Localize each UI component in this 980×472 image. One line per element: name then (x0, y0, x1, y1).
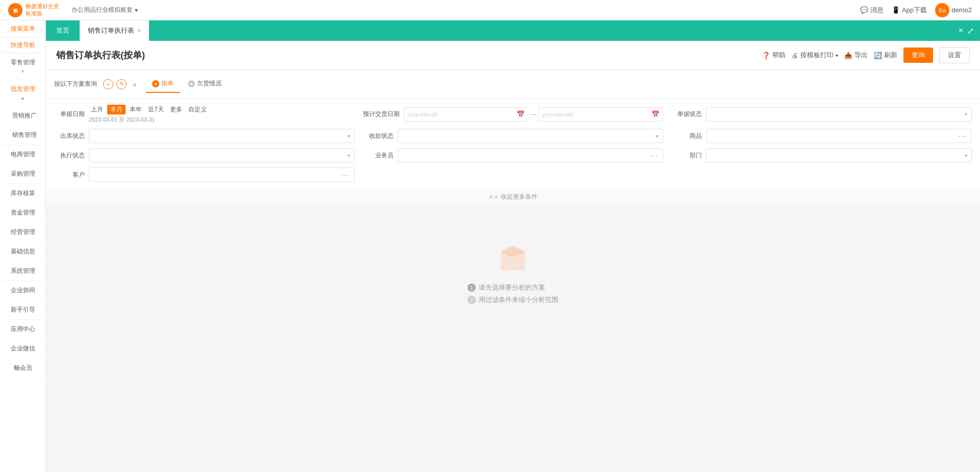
date-tab-custom[interactable]: 自定义 (186, 105, 209, 114)
expected-date-start[interactable]: yyyy-mm-dd 📅 (404, 107, 528, 122)
page-header: 销售订单执行表(按单) ❓ 帮助 🖨 按模板打印 ▾ 📤 导出 (46, 41, 980, 70)
top-bar-right: 💬 消息 📱 App下载 Ea demo2 (860, 3, 972, 17)
svg-point-8 (528, 259, 529, 261)
add-scheme-icon[interactable]: + (103, 79, 113, 89)
doc-status-arrow-icon: ▾ (965, 111, 967, 117)
customer-input[interactable]: ··· (89, 168, 355, 182)
filter-field-product: 商品 ··· (671, 129, 972, 143)
chevron-up-icon: ▴ (21, 95, 24, 101)
filter-field-salesperson: 业务员 ··· (363, 148, 664, 162)
print-arrow-icon: ▾ (836, 53, 838, 58)
exec-status-select[interactable]: ▾ (89, 148, 355, 162)
subnav-shortage[interactable]: ● 欠货情况 (182, 75, 228, 93)
tab-active-sales-execution[interactable]: 销售订单执行表 × (80, 20, 149, 41)
date-tabs: 上月 本月 本年 近7天 更多 自定义 (89, 105, 355, 114)
query-button[interactable]: 查询 (903, 48, 933, 63)
close-window-button[interactable]: × (959, 26, 963, 35)
message-icon: 💬 (860, 6, 868, 14)
messages-button[interactable]: 💬 消息 (860, 6, 884, 15)
shipment-status-label: 出库状态 (54, 132, 85, 140)
expected-date-range: yyyy-mm-dd 📅 — yyyy-mm-dd 📅 (404, 107, 664, 122)
dept-arrow-icon: ▾ (965, 153, 967, 158)
app-download-button[interactable]: 📱 App下载 (892, 6, 927, 15)
sidebar-item-base[interactable]: 基础信息 (0, 242, 45, 262)
sidebar-quick-nav[interactable]: 快捷导航 (0, 38, 45, 53)
sidebar-item-purchase[interactable]: 采购管理 (0, 164, 45, 184)
filter-fields-grid: 单据日期 上月 本月 本年 近7天 更多 自定义 2023-03-01 至 20… (46, 99, 980, 188)
sidebar-item-sales[interactable]: 销售管理 (0, 126, 45, 145)
sidebar-item-system[interactable]: 系统管理 (0, 262, 45, 281)
help-button[interactable]: ❓ 帮助 (762, 51, 786, 60)
svg-point-6 (526, 246, 527, 247)
print-button[interactable]: 🖨 按模板打印 ▾ (792, 51, 838, 60)
sidebar-item-inventory[interactable]: 库存核算 (0, 184, 45, 203)
empty-tip-2: 2 用过滤条件来缩小分析范围 (468, 295, 558, 304)
sidebar-item-member[interactable]: 畅会员 (0, 359, 45, 378)
exec-status-label: 执行状态 (54, 151, 85, 160)
sidebar: 搜索菜单 快捷导航 零售管理 ▾ 批发管理 ▴ 营销推广 销售管理 电商管理 采… (0, 20, 46, 472)
download-icon: 📱 (892, 6, 900, 14)
date-tab-more[interactable]: 更多 (168, 105, 184, 114)
calendar-end-icon: 📅 (651, 110, 659, 118)
doc-status-select[interactable]: ▾ (706, 107, 972, 122)
product-dots-icon: ··· (958, 132, 967, 140)
collapse-scheme-icon[interactable]: « (130, 79, 140, 89)
date-separator: — (530, 111, 536, 118)
date-range-text: 2023-03-01 至 2023-03-31 (89, 116, 355, 124)
sidebar-item-apps[interactable]: 应用中心 (0, 320, 45, 339)
exec-arrow-icon: ▾ (348, 153, 350, 158)
date-tab-7days[interactable]: 近7天 (146, 105, 166, 114)
refresh-button[interactable]: 🔄 刷新 (874, 51, 897, 60)
sidebar-item-wechat[interactable]: 企业微信 (0, 339, 45, 359)
subnav-by-order[interactable]: ● 按单 (146, 75, 180, 93)
payment-status-label: 收款状态 (363, 132, 394, 140)
breadcrumb-arrow-icon: ▾ (135, 7, 138, 14)
product-input[interactable]: ··· (706, 129, 972, 143)
date-tab-this-month[interactable]: 本月 (107, 105, 126, 114)
expected-date-end[interactable]: yyyy-mm-dd 📅 (538, 107, 663, 122)
sidebar-item-marketing[interactable]: 营销推广 (0, 106, 45, 126)
help-icon: ❓ (762, 52, 770, 59)
sidebar-item-ecommerce[interactable]: 电商管理 (0, 145, 45, 164)
department-select[interactable]: ▾ (706, 148, 972, 162)
filter-field-shipment-status: 出库状态 ▾ (54, 129, 355, 143)
sidebar-search[interactable]: 搜索菜单 (0, 20, 45, 38)
svg-point-7 (497, 256, 498, 257)
tip-num-2: 2 (468, 296, 476, 304)
tab-close-icon[interactable]: × (137, 27, 141, 34)
export-button[interactable]: 📤 导出 (844, 51, 868, 60)
filter-field-exec-status: 执行状态 ▾ (54, 148, 355, 162)
customer-label: 客户 (54, 171, 85, 179)
print-icon: 🖨 (792, 52, 798, 59)
sidebar-item-wholesale[interactable]: 批发管理 ▴ (0, 80, 45, 106)
settings-button[interactable]: 设置 (939, 47, 970, 63)
page-title: 销售订单执行表(按单) (56, 49, 145, 67)
sidebar-item-operations[interactable]: 经营管理 (0, 223, 45, 242)
tab-home[interactable]: 首页 (46, 20, 80, 41)
sidebar-item-enterprise[interactable]: 企业协同 (0, 281, 45, 300)
department-label: 部门 (671, 151, 702, 160)
doc-status-label: 单据状态 (671, 110, 702, 119)
edit-scheme-icon[interactable]: ✎ (116, 79, 127, 89)
page-content: 销售订单执行表(按单) ❓ 帮助 🖨 按模板打印 ▾ 📤 导出 (46, 41, 980, 472)
avatar: Ea (935, 3, 949, 17)
collapse-bar[interactable]: ∧∧ 收起更多条件 (46, 188, 980, 205)
date-tab-last-month[interactable]: 上月 (89, 105, 105, 114)
sidebar-item-newbie[interactable]: 新手引导 (0, 300, 45, 320)
user-profile[interactable]: Ea demo2 (935, 3, 972, 17)
tab-bar: 首页 销售订单执行表 × × ⤢ (46, 20, 980, 41)
sidebar-item-finance[interactable]: 资金管理 (0, 203, 45, 223)
chevron-up-icon: ∧∧ (488, 193, 500, 200)
salesperson-input[interactable]: ··· (398, 148, 664, 162)
chevron-down-icon: ▾ (21, 68, 24, 74)
maximize-window-button[interactable]: ⤢ (967, 26, 974, 36)
salesperson-label: 业务员 (363, 151, 394, 160)
filter-panel: 按以下方案查询 + ✎ « ● 按单 ● 欠货情况 (46, 70, 980, 205)
export-icon: 📤 (844, 52, 852, 59)
shipment-status-select[interactable]: ▾ (89, 129, 355, 143)
date-tab-this-year[interactable]: 本年 (128, 105, 144, 114)
payment-status-select[interactable]: ▾ (398, 129, 664, 143)
sidebar-item-retail[interactable]: 零售管理 ▾ (0, 53, 45, 80)
customer-dots-icon: ··· (341, 171, 350, 179)
subnav-dot-order: ● (152, 80, 159, 87)
